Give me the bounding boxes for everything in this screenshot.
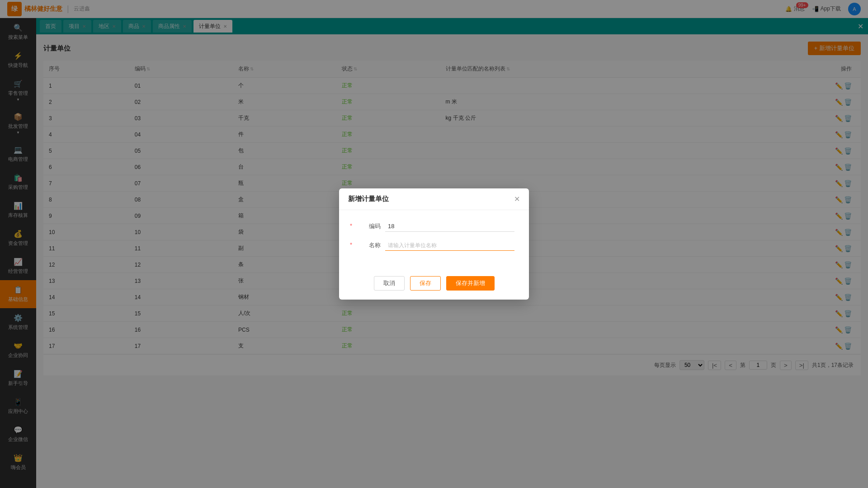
save-and-new-button[interactable]: 保存并新增: [446, 276, 495, 291]
modal-footer: 取消 保存 保存并新增: [339, 270, 529, 300]
code-label: 编码: [354, 222, 381, 230]
add-unit-modal: 新增计量单位 ✕ 编码 名称 取消 保存 保存并新增: [339, 188, 529, 300]
modal-body: 编码 名称: [339, 210, 529, 270]
modal-title: 新增计量单位: [348, 195, 389, 203]
save-button[interactable]: 保存: [410, 276, 441, 291]
modal-header: 新增计量单位 ✕: [339, 188, 529, 210]
code-form-row: 编码: [354, 221, 514, 232]
code-input[interactable]: [385, 221, 514, 232]
cancel-button[interactable]: 取消: [374, 276, 405, 291]
name-label: 名称: [354, 241, 381, 249]
modal-close-button[interactable]: ✕: [514, 195, 520, 203]
name-form-row: 名称: [354, 240, 514, 251]
name-input[interactable]: [385, 240, 514, 251]
modal-overlay: 新增计量单位 ✕ 编码 名称 取消 保存 保存并新增: [0, 0, 868, 488]
